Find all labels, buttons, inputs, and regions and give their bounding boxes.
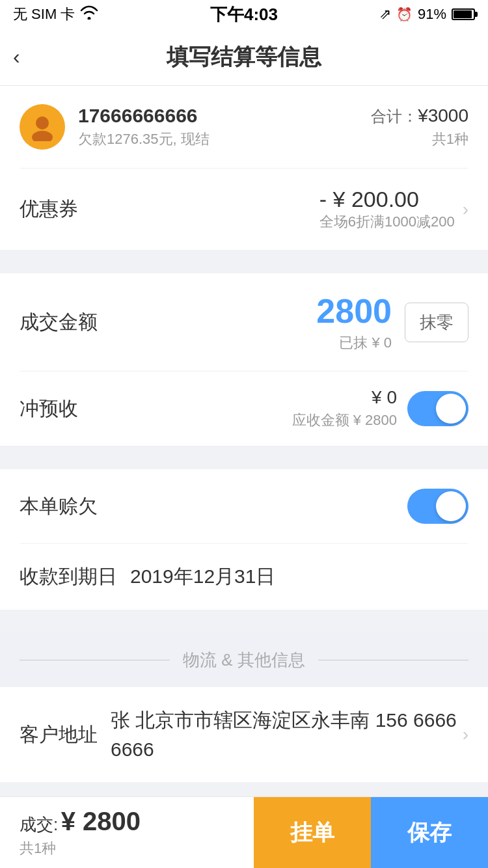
prereceive-label: 冲预收 xyxy=(20,396,78,422)
deal-amount-card: 成交金额 2800 已抹 ¥ 0 抹零 冲预收 ¥ 0 应收金额 ¥ 2800 xyxy=(0,273,488,446)
coupon-desc: 全场6折满1000减200 xyxy=(319,212,455,232)
address-card: 客户地址 张 北京市市辖区海淀区永丰南 156 6666 6666 › xyxy=(0,687,488,782)
coupon-label: 优惠券 xyxy=(20,196,78,223)
save-button[interactable]: 保存 xyxy=(371,797,488,869)
nav-bar: ‹ 填写结算等信息 xyxy=(0,29,488,86)
svg-point-1 xyxy=(32,131,53,141)
prereceive-sub: 应收金额 ¥ 2800 xyxy=(292,411,397,430)
amount-value: 2800 xyxy=(316,292,392,331)
owndebt-row: 本单赊欠 xyxy=(0,469,488,543)
amount-right: 2800 已抹 ¥ 0 抹零 xyxy=(316,292,468,353)
duedate-value: 2019年12月31日 xyxy=(130,563,275,590)
user-info: 17666666666 欠款1276.35元, 现结 xyxy=(78,105,210,149)
user-sub-text: 欠款1276.35元, 现结 xyxy=(78,129,210,149)
hold-button[interactable]: 挂单 xyxy=(254,797,371,869)
status-time: 下午4:03 xyxy=(210,3,278,26)
amount-row: 成交金额 2800 已抹 ¥ 0 抹零 xyxy=(0,273,488,371)
round-button[interactable]: 抹零 xyxy=(405,303,468,342)
svg-point-0 xyxy=(36,116,49,129)
chevron-right-icon: › xyxy=(463,199,468,220)
user-right: 合计：¥3000 共1种 xyxy=(371,105,468,149)
owndebt-toggle[interactable] xyxy=(407,489,468,524)
bottom-deal-row: 成交: ¥ 2800 xyxy=(20,807,234,836)
gray-separator2 xyxy=(0,456,488,469)
coupon-row[interactable]: 优惠券 - ¥ 200.00 全场6折满1000减200 › xyxy=(0,169,488,250)
status-left: 无 SIM 卡 xyxy=(13,5,98,24)
gray-separator3 xyxy=(0,620,488,633)
logistics-section-divider: 物流 & 其他信息 xyxy=(0,633,488,687)
address-chevron-icon: › xyxy=(463,724,468,745)
prereceive-values: ¥ 0 应收金额 ¥ 2800 xyxy=(292,387,397,430)
user-row: 17666666666 欠款1276.35元, 现结 合计：¥3000 共1种 xyxy=(0,86,488,168)
status-bar: 无 SIM 卡 下午4:03 ⇗ ⏰ 91% xyxy=(0,0,488,29)
user-info-card: 17666666666 欠款1276.35元, 现结 合计：¥3000 共1种 … xyxy=(0,86,488,250)
avatar xyxy=(20,104,65,150)
bottom-deal-label: 成交: xyxy=(20,815,58,834)
logistics-label: 物流 & 其他信息 xyxy=(183,649,305,671)
total-label: 合计：¥3000 xyxy=(371,105,468,127)
own-debt-card: 本单赊欠 收款到期日 2019年12月31日 xyxy=(0,469,488,610)
amount-sub: 已抹 ¥ 0 xyxy=(316,333,392,353)
amount-values: 2800 已抹 ¥ 0 xyxy=(316,292,392,353)
battery-icon xyxy=(452,8,475,20)
bottom-amount: ¥ 2800 xyxy=(61,807,141,835)
owndebt-label: 本单赊欠 xyxy=(20,493,98,520)
owndebt-toggle-thumb xyxy=(436,491,466,521)
address-label: 客户地址 xyxy=(20,722,98,748)
gray-separator xyxy=(0,260,488,273)
bottom-bar: 成交: ¥ 2800 共1种 挂单 保存 xyxy=(0,796,488,868)
location-icon: ⇗ xyxy=(379,6,391,23)
status-right: ⇗ ⏰ 91% xyxy=(379,6,475,23)
user-left: 17666666666 欠款1276.35元, 现结 xyxy=(20,104,210,150)
duedate-row: 收款到期日 2019年12月31日 xyxy=(0,544,488,610)
prereceive-row: 冲预收 ¥ 0 应收金额 ¥ 2800 xyxy=(0,372,488,446)
toggle-thumb xyxy=(436,394,466,424)
back-button[interactable]: ‹ xyxy=(13,45,20,69)
carrier-text: 无 SIM 卡 xyxy=(13,5,75,24)
wifi-icon xyxy=(80,5,98,23)
total-count: 共1种 xyxy=(371,129,468,149)
bottom-summary: 成交: ¥ 2800 共1种 xyxy=(0,807,254,858)
bottom-count: 共1种 xyxy=(20,839,234,858)
amount-label: 成交金额 xyxy=(20,309,98,336)
user-phone: 17666666666 xyxy=(78,105,210,127)
address-value: 张 北京市市辖区海淀区永丰南 156 6666 6666 xyxy=(111,705,463,764)
battery-percentage: 91% xyxy=(418,6,446,23)
prereceive-toggle[interactable] xyxy=(407,391,468,426)
prereceive-amount: ¥ 0 xyxy=(292,387,397,408)
coupon-right: - ¥ 200.00 全场6折满1000减200 › xyxy=(319,187,468,232)
coupon-info: - ¥ 200.00 全场6折满1000减200 xyxy=(319,187,455,232)
alarm-icon: ⏰ xyxy=(396,7,413,22)
prereceive-right: ¥ 0 应收金额 ¥ 2800 xyxy=(292,387,468,430)
address-row[interactable]: 客户地址 张 北京市市辖区海淀区永丰南 156 6666 6666 › xyxy=(0,687,488,782)
divider-line-right xyxy=(318,660,468,660)
coupon-amount: - ¥ 200.00 xyxy=(319,187,455,212)
page-title: 填写结算等信息 xyxy=(167,42,321,72)
duedate-label: 收款到期日 xyxy=(20,563,117,590)
content: 17666666666 欠款1276.35元, 现结 合计：¥3000 共1种 … xyxy=(0,86,488,868)
divider-line-left xyxy=(20,660,170,660)
